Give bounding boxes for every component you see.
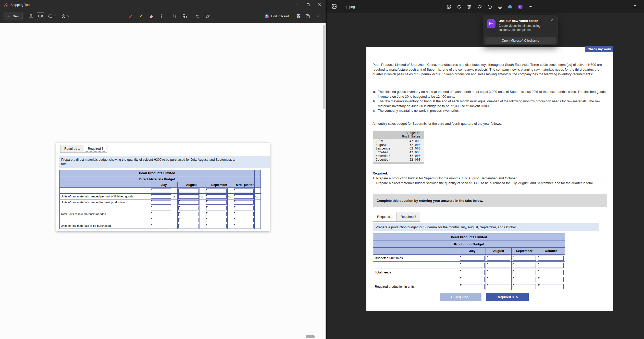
- answer-input-cell[interactable]: [151, 224, 171, 228]
- answer-input-cell[interactable]: [460, 263, 485, 268]
- maximize-button[interactable]: [629, 0, 641, 13]
- answer-input-cell[interactable]: [178, 224, 199, 228]
- answer-input-cell[interactable]: [178, 200, 199, 205]
- rectangle-snip-icon: [48, 14, 53, 18]
- answer-input-cell[interactable]: [234, 194, 254, 199]
- question-intro-paragraph: Pearl Products Limited of Shenzhen, Chin…: [373, 62, 609, 77]
- edit-image-button[interactable]: [444, 2, 453, 11]
- answer-input-cell[interactable]: [460, 284, 485, 289]
- tab-required-1[interactable]: Required 1: [373, 212, 397, 222]
- delay-dropdown[interactable]: [60, 12, 71, 20]
- check-my-work-button[interactable]: Check my work: [585, 46, 613, 52]
- answer-input-cell[interactable]: [234, 189, 254, 193]
- answer-input-cell[interactable]: [178, 189, 199, 193]
- more-options-button[interactable]: [315, 12, 323, 20]
- answer-input-cell[interactable]: [538, 270, 564, 275]
- answer-input-cell[interactable]: [487, 270, 510, 275]
- copy-button[interactable]: [304, 12, 312, 20]
- answer-input-cell[interactable]: [234, 212, 254, 216]
- save-button[interactable]: [295, 12, 302, 20]
- answer-input-cell[interactable]: [513, 284, 536, 289]
- answer-input-cell[interactable]: [487, 263, 510, 268]
- open-clipchamp-button[interactable]: Open Microsoft Clipchamp: [486, 37, 555, 44]
- column-header-july: July: [459, 248, 486, 255]
- answer-input-cell[interactable]: [206, 224, 227, 228]
- camera-icon: [29, 14, 33, 19]
- answer-input-cell[interactable]: [513, 277, 536, 282]
- maximize-button[interactable]: [303, 0, 314, 9]
- answer-input-cell[interactable]: [460, 270, 485, 275]
- horizontal-scrollbar-thumb[interactable]: [306, 335, 315, 338]
- answer-input-cell[interactable]: [178, 212, 199, 216]
- redo-icon: [205, 14, 210, 19]
- answer-input-cell[interactable]: [206, 200, 227, 205]
- undo-button[interactable]: [194, 12, 201, 20]
- clipchamp-button[interactable]: [516, 2, 525, 11]
- tab-required-3[interactable]: Required 3: [397, 212, 420, 222]
- rotate-button[interactable]: [454, 2, 464, 11]
- ruler-button[interactable]: [157, 12, 165, 20]
- answer-input-cell[interactable]: [513, 270, 536, 275]
- answer-input-cell[interactable]: [487, 284, 510, 289]
- file-info-button[interactable]: [485, 2, 494, 11]
- answer-input-cell[interactable]: [487, 256, 510, 261]
- answer-input-cell[interactable]: [513, 263, 536, 268]
- answer-input-cell[interactable]: [151, 212, 171, 216]
- answer-input-cell[interactable]: [178, 194, 199, 199]
- tab-required-1[interactable]: Required 1: [60, 145, 84, 153]
- answer-input-cell[interactable]: [513, 256, 536, 261]
- snip-shape-dropdown[interactable]: [46, 12, 58, 20]
- answer-input-cell[interactable]: [538, 256, 564, 261]
- screenshot-mode-button[interactable]: [27, 12, 35, 20]
- shapes-button[interactable]: [181, 12, 188, 20]
- answer-input-cell[interactable]: [234, 206, 254, 210]
- answer-input-cell[interactable]: [151, 189, 171, 193]
- eraser-button[interactable]: [147, 12, 155, 20]
- flyout-close-button[interactable]: [549, 17, 555, 22]
- answer-input-cell[interactable]: [206, 206, 227, 210]
- highlighter-button[interactable]: [137, 12, 145, 20]
- answer-input-cell[interactable]: [151, 194, 171, 199]
- required-heading: Required:: [373, 171, 388, 175]
- ballpoint-pen-button[interactable]: [127, 12, 134, 20]
- answer-input-cell[interactable]: [538, 284, 564, 289]
- delete-button[interactable]: [465, 2, 474, 11]
- answer-input-cell[interactable]: [178, 206, 199, 210]
- minimize-button[interactable]: [618, 0, 629, 13]
- edit-in-paint-button[interactable]: Edit in Paint: [262, 12, 291, 20]
- image-thumbnail-icon[interactable]: [331, 4, 337, 9]
- answer-input-cell[interactable]: [487, 277, 510, 282]
- redo-button[interactable]: [204, 12, 212, 20]
- answer-input-cell[interactable]: [151, 218, 171, 222]
- answer-input-cell[interactable]: [460, 277, 485, 282]
- sales-row: November32,000: [373, 154, 424, 158]
- crop-button[interactable]: [170, 12, 178, 20]
- onedrive-button[interactable]: [505, 2, 515, 11]
- close-button[interactable]: [314, 0, 325, 9]
- answer-input-cell[interactable]: [234, 224, 254, 228]
- info-icon: [487, 4, 492, 9]
- answer-input-cell[interactable]: [151, 206, 171, 210]
- answer-input-cell[interactable]: [234, 200, 254, 205]
- favorite-button[interactable]: [475, 2, 484, 11]
- next-required-3-button[interactable]: Required 3 >: [486, 293, 529, 301]
- answer-input-cell[interactable]: [460, 256, 485, 261]
- answer-input-cell[interactable]: [151, 200, 171, 205]
- answer-input-cell[interactable]: [206, 212, 227, 216]
- tab-required-3[interactable]: Required 3: [84, 145, 107, 153]
- table-row: [373, 276, 565, 283]
- see-more-button[interactable]: [526, 2, 535, 11]
- new-snip-button[interactable]: New: [4, 12, 23, 20]
- answer-input-cell[interactable]: [206, 189, 227, 193]
- answer-input-cell[interactable]: [234, 218, 254, 222]
- vertical-scrollbar-thumb[interactable]: [323, 25, 325, 109]
- answer-input-cell[interactable]: [206, 218, 227, 222]
- answer-input-cell[interactable]: [538, 263, 564, 268]
- answer-input-cell[interactable]: [538, 277, 564, 282]
- answer-input-cell[interactable]: [206, 194, 227, 199]
- print-button[interactable]: [495, 2, 504, 11]
- record-mode-button[interactable]: [37, 12, 44, 20]
- prev-required-1-button[interactable]: < Required 1: [440, 293, 481, 301]
- minimize-button[interactable]: [291, 0, 303, 9]
- answer-input-cell[interactable]: [178, 218, 199, 222]
